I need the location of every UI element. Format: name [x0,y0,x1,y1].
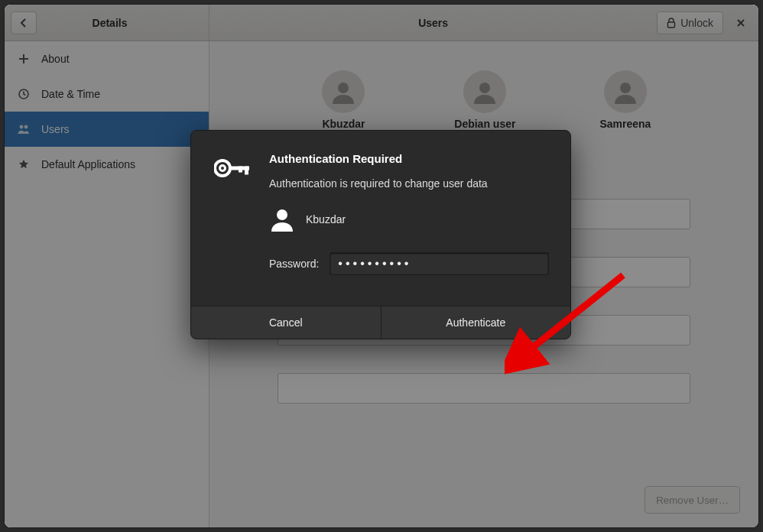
cancel-button[interactable]: Cancel [191,307,381,339]
dialog-title: Authentication Required [269,152,549,165]
svg-point-12 [277,209,287,220]
password-input[interactable] [330,252,549,275]
svg-rect-10 [245,167,248,175]
auth-dialog: Authentication Required Authentication i… [190,130,571,339]
person-icon [269,206,295,232]
password-label: Password: [269,258,319,270]
password-row: Password: [269,252,549,275]
svg-point-8 [220,166,226,171]
dialog-body: Authentication Required Authentication i… [191,131,570,306]
dialog-user: Kbuzdar [269,206,549,232]
svg-rect-11 [239,167,242,173]
dialog-description: Authentication is required to change use… [269,177,549,190]
dialog-user-name: Kbuzdar [306,213,346,225]
authenticate-button[interactable]: Authenticate [381,307,571,339]
key-icon [213,152,252,192]
dialog-actions: Cancel Authenticate [191,306,570,339]
dialog-main: Authentication Required Authentication i… [269,152,549,275]
